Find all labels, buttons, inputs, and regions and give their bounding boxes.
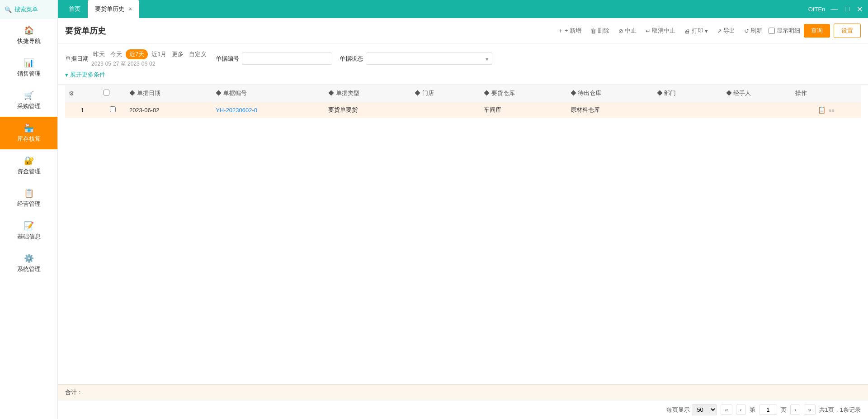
th-check xyxy=(100,85,126,102)
table-area: ⚙ ◆ 单据日期 ◆ 单据编号 ◆ 单据类型 xyxy=(58,85,868,384)
add-icon: ＋ xyxy=(557,27,563,35)
tab-close-icon[interactable]: × xyxy=(129,6,132,12)
pagination-bar: 每页显示 50 100 « ‹ 第 页 › » 共1页，1条记录 xyxy=(58,400,868,419)
last-page-btn[interactable]: » xyxy=(804,405,815,415)
sidebar-item-finance[interactable]: 🔐 资金管理 xyxy=(0,149,57,182)
date-range-display: 2023-05-27 至 2023-06-02 xyxy=(91,60,208,68)
display-detail-checkbox[interactable] xyxy=(769,28,775,34)
date-btn-1month[interactable]: 近1月 xyxy=(150,49,168,59)
add-button[interactable]: ＋ + 新增 xyxy=(555,25,584,37)
sidebar: 🔍 搜索菜单 🏠 快捷导航 📊 销售管理 🛒 采购管理 🏪 库存核算 🔐 资金管… xyxy=(0,0,58,419)
tab-active-label: 要货单历史 xyxy=(95,5,124,13)
query-button[interactable]: 查询 xyxy=(804,24,830,38)
sidebar-item-purchase[interactable]: 🛒 采购管理 xyxy=(0,84,57,117)
export-icon: ↗ xyxy=(717,28,722,34)
refresh-button[interactable]: ↺ 刷新 xyxy=(741,25,765,37)
basic-icon: 📝 xyxy=(24,221,34,231)
settings-gear-icon[interactable]: ⚙ xyxy=(69,90,74,97)
first-page-btn[interactable]: « xyxy=(721,405,732,415)
minimize-btn[interactable]: — xyxy=(829,5,840,13)
status-filter-label: 单据状态 xyxy=(340,55,363,63)
th-op: 操作 xyxy=(792,85,861,102)
billno-input[interactable] xyxy=(242,52,332,65)
td-pend-wh: 原材料仓库 xyxy=(567,102,653,118)
page-label-suffix: 页 xyxy=(781,406,787,414)
row-checkbox[interactable] xyxy=(110,106,116,112)
close-btn[interactable]: ✕ xyxy=(855,5,864,14)
th-billno-label: ◆ 单据编号 xyxy=(216,90,247,96)
purchase-icon: 🛒 xyxy=(24,90,34,100)
cancel-stop-button[interactable]: ↩ 取消中止 xyxy=(643,25,678,37)
sidebar-search[interactable]: 🔍 搜索菜单 xyxy=(0,0,57,19)
maximize-btn[interactable]: □ xyxy=(843,5,851,13)
tab-home[interactable]: 首页 xyxy=(61,0,88,18)
td-op: 📋 ⚏ xyxy=(792,102,861,118)
stop-button[interactable]: ⊘ 中止 xyxy=(616,25,639,37)
th-date: ◆ 单据日期 xyxy=(126,85,212,102)
tab-active[interactable]: 要货单历史 × xyxy=(88,0,139,18)
td-num: 1 xyxy=(65,102,100,118)
op-edit-icon[interactable]: 📋 xyxy=(817,105,826,114)
th-settings: ⚙ xyxy=(65,85,100,102)
billno-link[interactable]: YH-20230602-0 xyxy=(216,107,257,114)
cancel-stop-icon: ↩ xyxy=(646,28,651,34)
per-page-select[interactable]: 50 100 xyxy=(692,404,717,415)
th-dept-label: ◆ 部门 xyxy=(657,90,676,96)
td-date: 2023-06-02 xyxy=(126,102,212,118)
expand-more-btn[interactable]: ▾ 展开更多条件 xyxy=(65,71,861,79)
date-btn-custom[interactable]: 自定义 xyxy=(187,49,208,59)
date-btn-today[interactable]: 今天 xyxy=(108,49,124,59)
tab-bar: 首页 要货单历史 × OfTEn — □ ✕ xyxy=(58,0,868,18)
sidebar-item-basic[interactable]: 📝 基础信息 xyxy=(0,214,57,247)
select-all-checkbox[interactable] xyxy=(104,90,109,95)
date-btn-7days[interactable]: 近7天 xyxy=(126,49,148,59)
sidebar-item-quick-nav[interactable]: 🏠 快捷导航 xyxy=(0,19,57,52)
print-button[interactable]: 🖨 打印 ▾ xyxy=(682,25,711,37)
print-icon: 🖨 xyxy=(684,28,690,34)
inventory-icon: 🏪 xyxy=(24,123,34,133)
page-header: 要货单历史 ＋ + 新增 🗑 删除 ⊘ 中止 ↩ 取消中止 xyxy=(58,18,868,44)
sidebar-item-label: 经营管理 xyxy=(17,200,41,208)
page-number-input[interactable] xyxy=(759,405,777,415)
stop-icon: ⊘ xyxy=(618,28,623,34)
td-dept xyxy=(653,102,722,118)
often-label: OfTEn xyxy=(808,6,826,13)
status-select[interactable] xyxy=(366,52,492,65)
th-req-wh: ◆ 要货仓库 xyxy=(480,85,566,102)
sidebar-item-label: 销售管理 xyxy=(17,70,41,78)
system-icon: ⚙️ xyxy=(24,253,34,263)
filter-status-item: 单据状态 ▾ xyxy=(340,52,492,65)
date-btn-yesterday[interactable]: 昨天 xyxy=(91,49,107,59)
sidebar-item-label: 系统管理 xyxy=(17,265,41,273)
filter-row: 单据日期 昨天 今天 近7天 近1月 更多 自定义 2023-05-27 至 2… xyxy=(65,49,861,68)
finance-icon: 🔐 xyxy=(24,156,34,166)
delete-button[interactable]: 🗑 删除 xyxy=(588,25,612,37)
sidebar-item-sales[interactable]: 📊 销售管理 xyxy=(0,52,57,84)
billno-filter-label: 单据编号 xyxy=(216,55,239,63)
export-button[interactable]: ↗ 导出 xyxy=(714,25,738,37)
display-detail-toggle[interactable]: 显示明细 xyxy=(769,27,800,35)
td-type: 要货单要货 xyxy=(325,102,411,118)
sales-icon: 📊 xyxy=(24,58,34,68)
setting-button[interactable]: 设置 xyxy=(834,24,861,38)
table-head: ⚙ ◆ 单据日期 ◆ 单据编号 ◆ 单据类型 xyxy=(65,85,861,102)
td-check xyxy=(100,102,126,118)
prev-page-btn[interactable]: ‹ xyxy=(736,405,746,415)
sidebar-item-label: 库存核算 xyxy=(17,135,41,143)
op-more-icon[interactable]: ⚏ xyxy=(828,105,835,114)
th-type: ◆ 单据类型 xyxy=(325,85,411,102)
sidebar-item-operations[interactable]: 📋 经营管理 xyxy=(0,182,57,214)
home-icon: 🏠 xyxy=(24,25,34,35)
per-page-selector: 每页显示 50 100 xyxy=(666,404,717,415)
date-filter-label: 单据日期 xyxy=(65,55,89,63)
date-btn-more[interactable]: 更多 xyxy=(170,49,185,59)
next-page-btn[interactable]: › xyxy=(790,405,800,415)
expand-icon: ▾ xyxy=(65,71,68,78)
th-pend-wh: ◆ 待出仓库 xyxy=(567,85,653,102)
filter-area: 单据日期 昨天 今天 近7天 近1月 更多 自定义 2023-05-27 至 2… xyxy=(58,44,868,85)
sidebar-item-inventory[interactable]: 🏪 库存核算 xyxy=(0,117,57,149)
table-footer: 合计： xyxy=(58,384,868,400)
sidebar-item-system[interactable]: ⚙️ 系统管理 xyxy=(0,247,57,280)
print-arrow-icon: ▾ xyxy=(705,28,708,34)
sidebar-search-label: 搜索菜单 xyxy=(14,5,38,14)
